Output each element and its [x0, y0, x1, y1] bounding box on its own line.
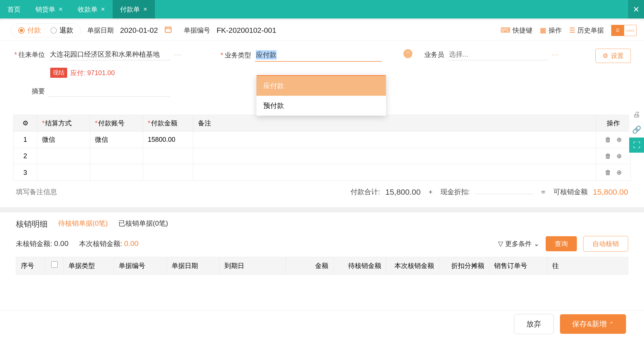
billno-label: 单据编号: [184, 26, 210, 35]
query-button[interactable]: 查询: [546, 236, 577, 251]
writeoff-tab-done[interactable]: 已核销单据(0笔): [118, 219, 168, 230]
save-and-new-button[interactable]: 保存&新增⌃: [560, 314, 626, 334]
tab-payment[interactable]: 付款单✕: [113, 0, 155, 19]
trash-icon[interactable]: 🗑: [605, 152, 611, 160]
cell-remark[interactable]: [193, 148, 596, 164]
row-index: 3: [13, 164, 37, 181]
top-tab-bar: 首页 销货单✕ 收款单✕ 付款单✕ ✕: [0, 0, 644, 19]
row-index: 2: [13, 148, 37, 164]
company-input[interactable]: [49, 49, 170, 60]
col-type: 单据类型: [64, 257, 114, 274]
discard-button[interactable]: 放弃: [514, 314, 554, 334]
col-thiswrite: 本次核销金额: [386, 257, 439, 274]
col-no: 单据编号: [114, 257, 167, 274]
total-value: 15,800.00: [385, 188, 420, 197]
writeoff-tab-pending[interactable]: 待核销单据(0笔): [58, 219, 108, 230]
payment-table: ⚙ *结算方式 *付款账号 *付款金额 备注 操作 1 微信 微信 15800.…: [13, 115, 631, 181]
keyboard-icon: ⌨: [500, 26, 510, 34]
setup-button[interactable]: ⚙设置: [595, 49, 631, 63]
cell-amount[interactable]: [143, 148, 193, 164]
biztype-input[interactable]: 应付款: [255, 49, 382, 62]
table-row: 1 微信 微信 15800.00 🗑⊕: [13, 131, 631, 148]
print-icon[interactable]: 🖨: [629, 107, 644, 122]
discount-input[interactable]: [475, 190, 533, 194]
col-settle: *结算方式: [37, 115, 90, 131]
col-order: 销售订单号: [489, 257, 548, 274]
cell-account[interactable]: [90, 148, 143, 164]
chevron-up-icon: ⌃: [609, 321, 614, 327]
more-icon[interactable]: ···: [174, 51, 181, 59]
summary-label: 摘要: [13, 87, 45, 95]
biztype-option-prepay[interactable]: 预付款: [256, 96, 386, 116]
cell-settle[interactable]: [37, 148, 90, 164]
add-icon[interactable]: ⊕: [617, 136, 622, 143]
view-list-icon[interactable]: ☰: [611, 25, 624, 36]
close-icon[interactable]: ✕: [143, 6, 148, 12]
col-account: *付款账号: [90, 115, 143, 131]
select-all-checkbox[interactable]: [51, 261, 58, 268]
add-icon[interactable]: ⊕: [617, 152, 622, 160]
writeoff-title: 核销明细: [16, 219, 48, 230]
close-icon[interactable]: ✕: [58, 6, 63, 12]
trash-icon[interactable]: 🗑: [605, 136, 611, 143]
link-icon[interactable]: 🔗: [629, 122, 644, 138]
list-icon: ☰: [569, 26, 575, 34]
history-button[interactable]: ☰历史单据: [569, 26, 604, 35]
filter-icon: ▽: [498, 240, 503, 248]
row-index: 1: [13, 131, 37, 148]
cell-account[interactable]: [90, 164, 143, 181]
col-date: 单据日期: [167, 257, 220, 274]
biztype-option-payable[interactable]: 应付款: [256, 76, 386, 96]
expand-icon[interactable]: ⛶: [629, 138, 644, 153]
close-all-icon[interactable]: ✕: [628, 0, 644, 19]
tab-home[interactable]: 首页: [0, 0, 28, 19]
trash-icon[interactable]: 🗑: [605, 169, 611, 176]
col-related: 往: [548, 257, 628, 274]
biztype-dropdown: 应付款 预付款: [256, 75, 386, 116]
cell-remark[interactable]: [193, 164, 596, 181]
ops-button[interactable]: ▦操作: [540, 26, 562, 35]
calendar-icon[interactable]: [164, 25, 172, 35]
tab-receipt[interactable]: 收款单✕: [70, 0, 113, 19]
cell-settle[interactable]: 微信: [37, 131, 90, 148]
add-icon[interactable]: ⊕: [617, 169, 622, 176]
more-conditions-button[interactable]: ▽ 更多条件 ⌄: [498, 239, 539, 248]
unwritten-value: 0.00: [54, 239, 68, 248]
svg-rect-0: [165, 27, 171, 32]
toolbar: 付款 退款 单据日期 2020-01-02 单据编号 FK-20200102-0…: [0, 20, 644, 41]
writable-label: 可核销金额: [553, 187, 588, 197]
col-checkbox: [45, 257, 64, 274]
note-input[interactable]: [16, 188, 111, 196]
writeoff-section: 核销明细 待核销单据(0笔) 已核销单据(0笔) 未核销金额: 0.00 本次核…: [0, 212, 644, 314]
tab-sales[interactable]: 销货单✕: [28, 0, 70, 19]
auto-writeoff-button[interactable]: 自动核销: [583, 236, 628, 252]
biztype-label: *业务类型: [219, 51, 251, 60]
total-label: 付款合计:: [351, 187, 380, 197]
gear-icon: ⚙: [602, 52, 608, 60]
writeoff-table: 序号 单据类型 单据编号 单据日期 到期日 金额 待核销金额 本次核销金额 折扣…: [16, 257, 628, 275]
cell-amount[interactable]: [143, 164, 193, 181]
radio-pay[interactable]: 付款: [18, 26, 41, 35]
cell-account[interactable]: 微信: [90, 131, 143, 148]
cell-remark[interactable]: [193, 131, 596, 148]
gear-icon[interactable]: ⚙: [13, 115, 37, 131]
date-value[interactable]: 2020-01-02: [120, 26, 158, 35]
salesman-input[interactable]: [448, 49, 548, 60]
summary-input[interactable]: [49, 85, 170, 97]
close-icon[interactable]: ✕: [101, 6, 105, 12]
col-due: 到期日: [220, 257, 286, 274]
radio-refund[interactable]: 退款: [50, 26, 73, 35]
view-toggle: ☰ ▭▭: [611, 25, 637, 36]
cell-amount[interactable]: 15800.00: [143, 131, 193, 148]
chevron-up-icon[interactable]: ⌃: [403, 49, 412, 58]
summary-row: 付款合计: 15,800.00 + 现金折扣: = 可核销金额 15,800.0…: [16, 187, 628, 197]
col-remark: 备注: [193, 115, 596, 131]
this-writeoff-value: 0.00: [124, 239, 139, 248]
footer: 放弃 保存&新增⌃: [0, 311, 644, 337]
writable-value: 15,800.00: [593, 188, 628, 197]
salesman-label: 业务员: [418, 50, 444, 59]
more-icon[interactable]: ···: [552, 51, 559, 59]
cell-settle[interactable]: [37, 164, 90, 181]
view-grid-icon[interactable]: ▭▭: [624, 25, 637, 36]
shortcut-button[interactable]: ⌨快捷键: [500, 26, 532, 35]
